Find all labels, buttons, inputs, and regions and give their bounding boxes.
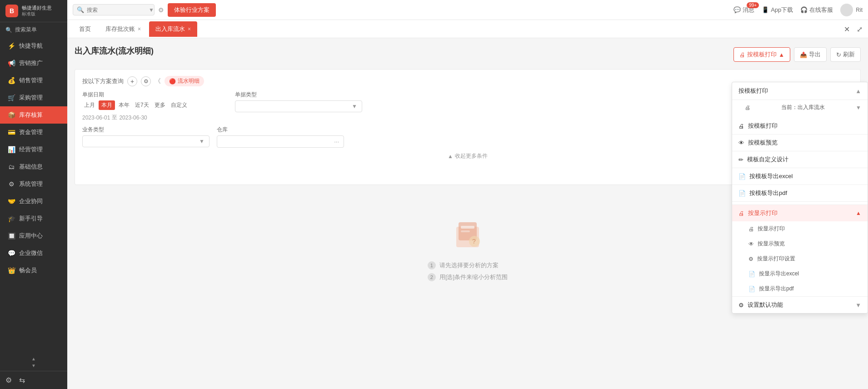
sidebar-item-label: 基础信息	[19, 163, 43, 171]
step-1-num: 1	[428, 261, 436, 269]
tab-inventory-flow-close-icon[interactable]: ×	[188, 26, 191, 32]
template-pdf-label: 按模板导出pdf	[749, 189, 787, 197]
sidebar-item-guide[interactable]: 🎓 新手引导	[0, 210, 67, 227]
sidebar-item-sales[interactable]: 💰 销售管理	[0, 72, 67, 89]
sidebar-item-label: 畅会员	[19, 266, 37, 274]
warehouse-more-icon: ···	[334, 138, 339, 145]
warehouse-label: 仓库	[217, 126, 344, 134]
date-tab-custom[interactable]: 自定义	[169, 100, 189, 110]
date-tab-more[interactable]: 更多	[153, 100, 167, 110]
dropdown-collapse-icon[interactable]: ▲	[855, 88, 861, 95]
template-excel-icon: 📄	[738, 173, 746, 180]
sidebar-item-appstore[interactable]: 🔲 应用中心	[0, 227, 67, 244]
date-tab-this-month[interactable]: 本月	[99, 100, 115, 110]
filter-business-type-field: 业务类型 ▼	[82, 126, 210, 147]
sidebar-item-marketing[interactable]: 📢 营销推广	[0, 55, 67, 72]
template-customize-label: 模板自定义设计	[747, 155, 788, 164]
quick-nav-icon: ⚡	[7, 42, 15, 50]
filter-chip-label: 流水明细	[178, 77, 200, 85]
date-tab-this-year[interactable]: 本年	[117, 100, 131, 110]
dropdown-template-export-pdf[interactable]: 📄 按模板导出pdf	[732, 185, 868, 202]
purchase-icon: 🛒	[7, 94, 15, 101]
settings-bottom-icon[interactable]: ⚙	[5, 376, 12, 384]
tab-home[interactable]: 首页	[73, 21, 97, 37]
export-button[interactable]: 📤 导出	[794, 47, 827, 62]
display-excel-icon: 📄	[748, 271, 755, 277]
header-search-chevron-icon[interactable]: ▼	[149, 7, 154, 13]
header-search-input[interactable]	[87, 7, 146, 13]
inventory-icon: 📦	[7, 111, 15, 119]
template-customize-icon: ✏	[738, 156, 743, 163]
header-gear-icon[interactable]: ⚙	[158, 6, 164, 14]
filter-setting-button[interactable]: ⚙	[141, 76, 151, 86]
sidebar-item-label: 新手引导	[19, 214, 43, 223]
collapse-sidebar-icon[interactable]: ⇆	[19, 376, 25, 384]
sidebar-search[interactable]: 🔍 搜索菜单	[0, 22, 67, 37]
dropdown-template-export-excel[interactable]: 📄 按模板导出excel	[732, 168, 868, 185]
refresh-button[interactable]: ↻ 刷新	[830, 47, 861, 62]
tab-batch-account-close-icon[interactable]: ×	[138, 26, 141, 32]
industry-solution-button[interactable]: 体验行业方案	[168, 3, 216, 17]
sidebar-item-system[interactable]: ⚙ 系统管理	[0, 175, 67, 193]
display-section-title: 按显示打印	[748, 209, 778, 217]
sidebar-item-label: 经营管理	[19, 145, 43, 154]
sidebar-item-finance[interactable]: 💳 资金管理	[0, 124, 67, 141]
sidebar-item-quick-nav[interactable]: ⚡ 快捷导航	[0, 37, 67, 55]
display-settings-label: 按显示打印设置	[757, 255, 795, 263]
sidebar-item-collab[interactable]: 🤝 企业协同	[0, 193, 67, 210]
online-service-button[interactable]: 🎧 在线客服	[800, 6, 833, 14]
warehouse-input[interactable]: ···	[217, 135, 344, 148]
operation-icon: 📊	[7, 146, 15, 153]
filter-chip-liushui[interactable]: 🔴 流水明细	[165, 76, 204, 86]
date-tab-last-month[interactable]: 上月	[82, 100, 97, 110]
app-name: 畅捷通好生意	[22, 5, 52, 11]
dropdown-display-print-settings[interactable]: ⚙ 按显示打印设置	[732, 251, 868, 266]
date-tab-7days[interactable]: 近7天	[133, 100, 151, 110]
header-search-box[interactable]: 🔍 ▼	[73, 4, 155, 15]
display-section-chevron-icon[interactable]: ▲	[856, 210, 861, 216]
display-preview-icon: 👁	[748, 241, 754, 247]
scroll-up-btn[interactable]: ▲	[31, 355, 36, 362]
dropdown-current-item[interactable]: 🖨 当前：出入库流水 ▼	[732, 100, 868, 115]
dropdown-display-preview[interactable]: 👁 按显示预览	[732, 236, 868, 251]
dropdown-template-print[interactable]: 🖨 按模板打印	[732, 118, 868, 135]
sidebar-item-operation[interactable]: 📊 经营管理	[0, 141, 67, 158]
collapse-more-button[interactable]: ▲ 收起更多条件	[448, 152, 488, 160]
sales-icon: 💰	[7, 77, 15, 84]
close-all-tabs-icon[interactable]: ✕	[844, 25, 850, 33]
svg-text:?: ?	[472, 238, 476, 245]
search-label: 搜索菜单	[15, 26, 37, 34]
sidebar-item-label: 应用中心	[19, 232, 43, 240]
sidebar-item-basic[interactable]: 🗂 基础信息	[0, 158, 67, 175]
app-download-button[interactable]: 📱 App下载	[762, 6, 793, 14]
business-type-input[interactable]: ▼	[82, 135, 210, 147]
filter-collapse-icon[interactable]: 《	[155, 77, 161, 85]
dropdown-template-customize[interactable]: ✏ 模板自定义设计	[732, 151, 868, 168]
date-range: 2023-06-01 至 2023-06-30	[82, 114, 228, 121]
sidebar-item-inventory[interactable]: 📦 库存核算	[0, 106, 67, 124]
voucher-type-input[interactable]: ▼	[235, 100, 362, 112]
step-2-num: 2	[428, 273, 436, 281]
business-type-chevron-icon: ▼	[199, 138, 205, 145]
expand-tabs-icon[interactable]: ⤢	[857, 25, 863, 33]
sidebar-item-vip[interactable]: 👑 畅会员	[0, 262, 67, 279]
filter-add-button[interactable]: +	[127, 76, 137, 86]
sidebar-logo: B 畅捷通好生意 标准版	[0, 0, 67, 22]
system-icon: ⚙	[7, 180, 15, 188]
tab-batch-account[interactable]: 库存批次账 ×	[99, 21, 147, 37]
dropdown-display-print[interactable]: 🖨 按显示打印	[732, 221, 868, 236]
sidebar-item-purchase[interactable]: 🛒 采购管理	[0, 89, 67, 106]
dropdown-display-export-excel[interactable]: 📄 按显示导出excel	[732, 266, 868, 281]
date-tabs: 上月 本月 本年 近7天 更多 自定义	[82, 100, 228, 110]
scroll-down-btn[interactable]: ▼	[31, 362, 36, 369]
print-template-button[interactable]: 🖨 按模板打印 ▲	[733, 47, 790, 62]
tab-inventory-flow[interactable]: 出入库流水 ×	[149, 21, 197, 37]
user-avatar[interactable]: Rit	[840, 4, 863, 16]
dropdown-display-section-header[interactable]: 🖨 按显示打印 ▲	[732, 204, 868, 221]
dropdown-footer-item[interactable]: ⚙ 设置默认功能 ▼	[732, 296, 868, 313]
display-settings-icon: ⚙	[748, 256, 753, 262]
dropdown-display-export-pdf[interactable]: 📄 按显示导出pdf	[732, 281, 868, 296]
sidebar-item-wecom[interactable]: 💬 企业微信	[0, 244, 67, 262]
notification-button[interactable]: 💬 消息 99+	[733, 6, 754, 14]
dropdown-template-preview[interactable]: 👁 按模板预览	[732, 135, 868, 151]
